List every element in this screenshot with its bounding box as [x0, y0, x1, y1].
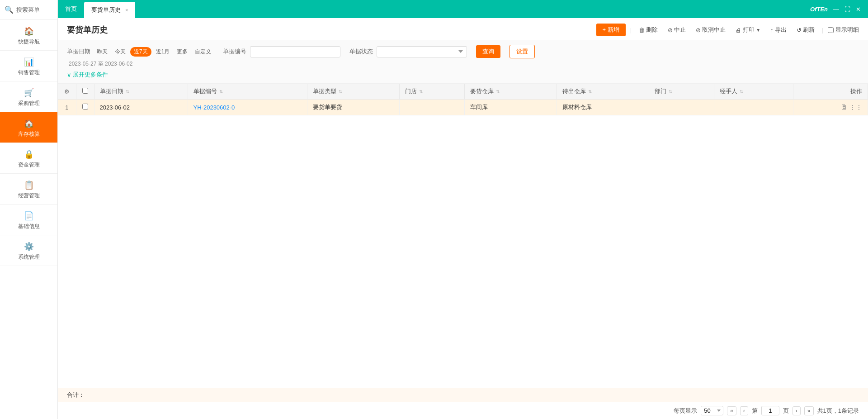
page-input[interactable] [761, 406, 779, 415]
date-shortcut-今天[interactable]: 今天 [112, 47, 128, 57]
col-label-type: 单据类型 [313, 87, 336, 95]
cell-number[interactable]: YH-20230602-0 [188, 100, 307, 115]
sidebar-item-operations[interactable]: 📋经营管理 [0, 174, 57, 205]
sidebar-item-basic[interactable]: 📄基础信息 [0, 205, 57, 235]
filter-row: 单据日期 昨天今天近7天近1月更多自定义 单据编号 单据状态 [67, 45, 859, 58]
date-shortcut-近1月[interactable]: 近1月 [153, 47, 173, 57]
date-shortcut-近7天[interactable]: 近7天 [130, 47, 151, 57]
sidebar-label-operations: 经营管理 [18, 192, 40, 200]
date-shortcut-更多[interactable]: 更多 [174, 47, 190, 57]
doc-status-select[interactable] [377, 46, 467, 57]
sidebar-item-inventory[interactable]: 🏠库存核算 [0, 112, 57, 143]
sidebar-item-sales[interactable]: 📊销售管理 [0, 51, 57, 81]
date-shortcut-自定义[interactable]: 自定义 [192, 47, 214, 57]
doc-status-filter: 单据状态 [349, 46, 467, 57]
sidebar-label-inventory: 库存核算 [18, 130, 40, 138]
cell-checkbox[interactable] [76, 100, 94, 115]
print-button[interactable]: 🖨 打印 ▼ [733, 24, 763, 35]
nav-icon-basic: 📄 [24, 211, 34, 221]
more-action-icon[interactable]: ⋮⋮ [849, 104, 862, 111]
show-detail-checkbox[interactable] [828, 27, 834, 33]
main-area: 首页要货单历史× OfTEn — ⛶ ✕ 要货单历史 + 新增 | 🗑 删除 ⊘… [58, 0, 868, 419]
col-label-department: 部门 [655, 87, 666, 95]
tab-close-requisition-history[interactable]: × [125, 7, 128, 13]
page-of-label: 页 [783, 407, 789, 415]
per-page-label: 每页显示 [674, 407, 697, 415]
per-page-select[interactable]: 102050100 [701, 406, 723, 415]
doc-number-input[interactable] [250, 46, 340, 57]
delete-button[interactable]: 🗑 删除 [636, 24, 660, 35]
prev-page-button[interactable]: ‹ [740, 406, 748, 415]
cell-handler [714, 100, 793, 115]
cell-actions: 🖺⋮⋮ [793, 100, 868, 115]
cell-pending_warehouse: 原材料仓库 [557, 100, 649, 115]
footer-total-label: 合计： [67, 391, 85, 399]
tab-label-requisition-history: 要货单历史 [91, 6, 121, 14]
maximize-button[interactable]: ⛶ [844, 6, 850, 13]
col-header-number[interactable]: 单据编号⇅ [188, 84, 307, 100]
topbar-right: OfTEn — ⛶ ✕ [810, 6, 868, 13]
sort-icon-req_warehouse: ⇅ [496, 89, 500, 94]
expand-more-btn[interactable]: ∨ 展开更多条件 [67, 71, 859, 79]
sidebar-item-quick-nav[interactable]: 🏠快捷导航 [0, 20, 57, 51]
col-header-date[interactable]: 单据日期⇅ [94, 84, 188, 100]
page-title: 要货单历史 [67, 24, 108, 35]
col-header-handler[interactable]: 经手人⇅ [714, 84, 793, 100]
sidebar-label-finance: 资金管理 [18, 161, 40, 169]
date-filter-label: 单据日期 [67, 48, 90, 56]
sidebar-search[interactable]: 🔍 搜索菜单 [0, 0, 57, 20]
sidebar-item-system[interactable]: ⚙️系统管理 [0, 235, 57, 266]
nav-icon-quick-nav: 🏠 [24, 26, 34, 36]
select-all-checkbox[interactable] [82, 88, 88, 94]
view-action-icon[interactable]: 🖺 [840, 104, 847, 111]
table-settings-icon[interactable]: ⚙ [64, 88, 70, 95]
next-page-button[interactable]: › [793, 406, 801, 415]
col-header-type[interactable]: 单据类型⇅ [307, 84, 399, 100]
doc-status-label: 单据状态 [349, 48, 373, 56]
data-table: ⚙单据日期⇅单据编号⇅单据类型⇅门店⇅要货仓库⇅待出仓库⇅部门⇅经手人⇅操作 1… [58, 84, 868, 115]
export-button[interactable]: ↑ 导出 [768, 24, 789, 35]
sidebar: 🔍 搜索菜单 🏠快捷导航📊销售管理🛒采购管理🏠库存核算🔒资金管理📋经营管理📄基础… [0, 0, 58, 419]
sidebar-label-sales: 销售管理 [18, 69, 40, 76]
query-button[interactable]: 查询 [476, 45, 500, 58]
cancel-stop-icon: ⊘ [696, 27, 701, 33]
settings-button[interactable]: 设置 [509, 45, 535, 58]
row-checkbox-0[interactable] [82, 104, 88, 110]
minimize-button[interactable]: — [833, 6, 839, 13]
date-shortcut-昨天[interactable]: 昨天 [94, 47, 110, 57]
pagination: 每页显示 102050100 « ‹ 第 页 › » 共1页，1条记录 [58, 402, 868, 419]
close-button[interactable]: ✕ [856, 6, 861, 13]
col-label-store: 门店 [405, 87, 417, 95]
col-header-checkbox [76, 84, 94, 100]
tab-home[interactable]: 首页 [58, 0, 84, 18]
sidebar-item-finance[interactable]: 🔒资金管理 [0, 143, 57, 174]
col-header-department[interactable]: 部门⇅ [649, 84, 714, 100]
sidebar-label-system: 系统管理 [18, 253, 40, 261]
col-header-pending_warehouse[interactable]: 待出仓库⇅ [557, 84, 649, 100]
refresh-button[interactable]: ↺ 刷新 [794, 24, 817, 35]
filter-area: 单据日期 昨天今天近7天近1月更多自定义 单据编号 单据状态 [58, 40, 868, 84]
show-detail-checkbox-label[interactable]: 显示明细 [828, 26, 859, 34]
tab-label-home: 首页 [65, 5, 77, 13]
table-footer: 合计： [58, 388, 868, 402]
table-header: ⚙单据日期⇅单据编号⇅单据类型⇅门店⇅要货仓库⇅待出仓库⇅部门⇅经手人⇅操作 [58, 84, 868, 100]
sidebar-label-basic: 基础信息 [18, 223, 40, 230]
cancel-stop-button[interactable]: ⊘ 取消中止 [693, 24, 728, 35]
doc-number-link[interactable]: YH-20230602-0 [193, 104, 235, 111]
nav-icon-finance: 🔒 [24, 149, 34, 159]
col-header-req_warehouse[interactable]: 要货仓库⇅ [465, 84, 557, 100]
sidebar-item-purchase[interactable]: 🛒采购管理 [0, 81, 57, 112]
print-icon: 🖨 [736, 27, 741, 33]
col-header-store[interactable]: 门店⇅ [399, 84, 465, 100]
last-page-button[interactable]: » [804, 406, 814, 415]
tab-requisition-history[interactable]: 要货单历史× [84, 2, 135, 18]
stop-button[interactable]: ⊘ 中止 [665, 24, 689, 35]
table-container: ⚙单据日期⇅单据编号⇅单据类型⇅门店⇅要货仓库⇅待出仓库⇅部门⇅经手人⇅操作 1… [58, 84, 868, 388]
date-range-display: 2023-05-27 至 2023-06-02 [69, 61, 132, 67]
first-page-button[interactable]: « [727, 406, 736, 415]
topbar: 首页要货单历史× OfTEn — ⛶ ✕ [58, 0, 868, 18]
page-header: 要货单历史 + 新增 | 🗑 删除 ⊘ 中止 ⊘ 取消中止 🖨 [58, 18, 868, 40]
new-button[interactable]: + 新增 [596, 24, 626, 36]
sort-icon-date: ⇅ [126, 89, 129, 94]
col-header-actions: 操作 [793, 84, 868, 100]
